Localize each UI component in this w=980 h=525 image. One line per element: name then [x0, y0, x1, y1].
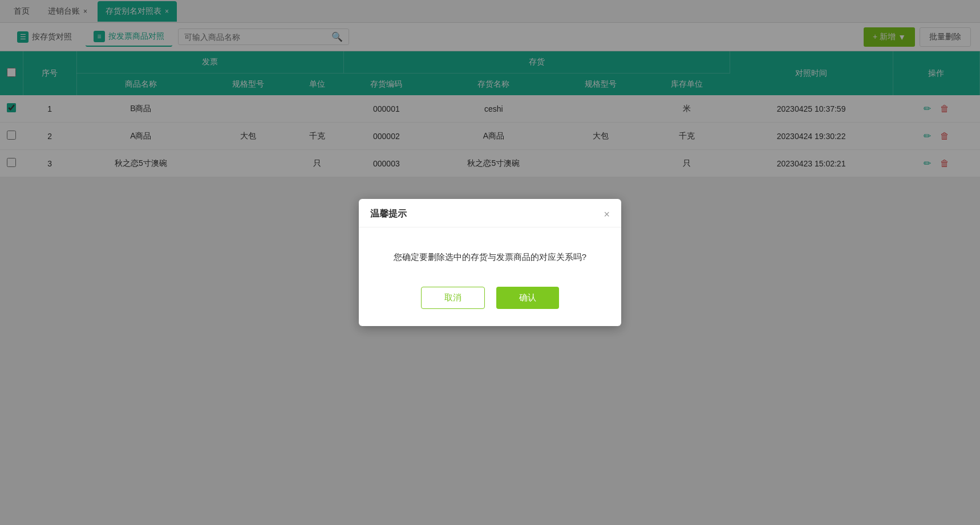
- overlay: 温馨提示 × 您确定要删除选中的存货与发票商品的对应关系吗? 取消 确认: [0, 0, 980, 177]
